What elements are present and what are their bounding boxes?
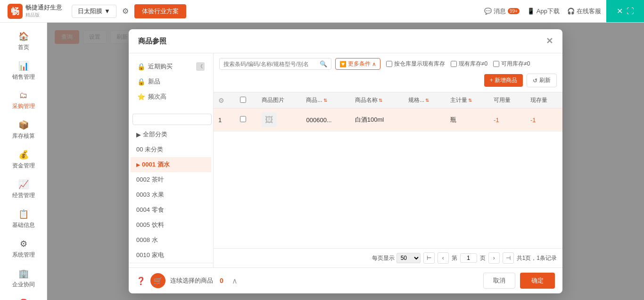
purchase-icon: 🗂	[19, 91, 28, 100]
left-panel: 🔒 近期购买 《 🔒 新品 ⭐ 频次高	[129, 53, 214, 267]
page-first-btn[interactable]: ⊢	[423, 252, 435, 264]
name-sort-icon: ⇅	[379, 98, 382, 103]
nav-selector-text: 日太阳膜	[78, 7, 102, 16]
page-prev-btn[interactable]: ‹	[438, 252, 449, 264]
cat-search-row: 🔍	[129, 112, 213, 127]
avail-checkbox[interactable]	[451, 61, 457, 67]
usable-checkbox[interactable]	[493, 61, 499, 67]
cat-item-0001[interactable]: ▶ 0001 酒水	[131, 157, 211, 172]
sidebar-item-guide[interactable]: 🎯 新手引导	[0, 293, 47, 300]
product-search-input[interactable]	[223, 61, 318, 67]
col-spec[interactable]: 规格...⇅	[404, 92, 446, 108]
message-icon: 💬	[484, 8, 492, 15]
close-teal-icon[interactable]: ✕	[617, 7, 623, 16]
cat-item-0002[interactable]: 0002 茶叶	[131, 172, 211, 187]
row-checkbox[interactable]	[235, 108, 257, 132]
page-last-btn[interactable]: ⊣	[503, 252, 514, 264]
usable-check[interactable]: 可用库存≠0	[493, 60, 530, 68]
cart-btn[interactable]: 🛒	[150, 273, 165, 288]
sidebar-item-corp[interactable]: 🏢 企业协同	[0, 264, 47, 293]
page-input[interactable]	[460, 253, 477, 263]
category-search-input[interactable]	[132, 114, 212, 125]
product-search-icon[interactable]: 🔍	[320, 60, 327, 67]
sidebar-item-sales[interactable]: 📊 销售管理	[0, 56, 47, 86]
app-download-btn[interactable]: 📱 App下载	[527, 7, 560, 16]
sidebar-label-system: 系统管理	[12, 251, 35, 259]
sidebar-label-basic: 基础信息	[12, 221, 35, 229]
tab-freq[interactable]: ⭐ 频次高	[132, 89, 209, 104]
cat-0001-label: 0001 酒水	[142, 160, 170, 169]
filter-arrow-up: ∧	[372, 61, 376, 67]
sidebar-item-finance[interactable]: 💰 资金管理	[0, 145, 47, 175]
warehouse-checkbox[interactable]	[386, 61, 392, 67]
selected-label: 连续选择的商品	[170, 276, 213, 285]
total-info: 共1页，1条记录	[517, 254, 557, 262]
logo-icon: 畅	[8, 4, 23, 19]
pagination: 每页显示 50 10 20 100 ⊢ ‹ 第	[214, 248, 562, 267]
row-index: 1	[214, 108, 235, 132]
refresh-btn[interactable]: ↺ 刷新	[527, 74, 557, 87]
unit-sort-icon: ⇅	[468, 98, 472, 103]
cat-item-0004[interactable]: 0004 零食	[131, 202, 211, 217]
sidebar-item-system[interactable]: ⚙ 系统管理	[0, 234, 47, 264]
home-icon: 🏠	[18, 31, 29, 42]
more-filter-btn[interactable]: 🔽 更多条件 ∧	[335, 58, 380, 70]
sidebar-item-ops[interactable]: 📈 经营管理	[0, 175, 47, 204]
cat-0003-label: 0003 水果	[136, 191, 164, 199]
logo-text-block: 畅捷通好生意 精品版	[25, 4, 62, 18]
filter-icon: 🔽	[339, 61, 347, 67]
exp-btn[interactable]: 体验行业方案	[134, 4, 186, 18]
sidebar-label-ops: 经营管理	[12, 192, 35, 200]
sidebar-item-basic[interactable]: 📋 基础信息	[0, 204, 47, 234]
col-settings[interactable]: ⚙	[214, 92, 235, 108]
page-size-select[interactable]: 50 10 20 100	[396, 253, 421, 263]
cat-item-0010[interactable]: 0010 家电	[131, 248, 211, 263]
row-name: 白酒100ml	[350, 108, 404, 132]
row-spec	[404, 108, 446, 132]
row-select-checkbox[interactable]	[240, 116, 246, 122]
col-code[interactable]: 商品...⇅	[301, 92, 350, 108]
help-icon[interactable]: ❓	[136, 276, 146, 285]
guide-icon: 🎯	[18, 298, 29, 300]
col-unit[interactable]: 主计量⇅	[446, 92, 489, 108]
collapse-panel-btn[interactable]: 《	[196, 62, 205, 71]
cat-item-0003[interactable]: 0003 水果	[131, 187, 211, 202]
sidebar-item-inventory[interactable]: 📦 库存核算	[0, 115, 47, 145]
cat-item-00[interactable]: 00 未分类	[131, 142, 211, 157]
table-settings-icon[interactable]: ⚙	[218, 97, 224, 104]
warehouse-check[interactable]: 按仓库显示现有库存	[386, 60, 445, 68]
customer-service-btn[interactable]: 🎧 在线客服	[567, 7, 601, 16]
settings-icon[interactable]: ⚙	[122, 7, 129, 16]
cat-all[interactable]: ▶ 全部分类	[131, 127, 211, 142]
select-all-checkbox[interactable]	[240, 97, 246, 103]
tab-new[interactable]: 🔒 新品	[132, 74, 209, 89]
sidebar: 🏠 首页 📊 销售管理 🗂 采购管理 📦 库存核算 💰 资金管理 📈 经营管理 …	[0, 23, 47, 300]
col-name[interactable]: 商品名称⇅	[350, 92, 404, 108]
phone-icon: 📱	[527, 8, 535, 15]
cat-item-0008[interactable]: 0008 水	[131, 233, 211, 248]
quick-tabs: 🔒 近期购买 《 🔒 新品 ⭐ 频次高	[129, 57, 213, 106]
messages-btn[interactable]: 💬 消息 99+	[484, 7, 520, 16]
modal-close-btn[interactable]: ✕	[546, 36, 553, 46]
recent-icon: 🔒	[137, 63, 145, 70]
sidebar-item-home[interactable]: 🏠 首页	[0, 26, 47, 56]
collapse-footer-btn[interactable]: ∧	[232, 276, 238, 285]
modal-footer: ❓ 🛒 连续选择的商品 0 ∧ 取消 确定	[129, 267, 562, 293]
sidebar-item-purchase[interactable]: 🗂 采购管理	[0, 86, 47, 115]
inventory-icon: 📦	[18, 120, 29, 130]
add-product-btn[interactable]: + 新增商品	[484, 74, 523, 87]
cat-item-0005[interactable]: 0005 饮料	[131, 217, 211, 233]
code-sort-icon: ⇅	[323, 98, 327, 103]
tab-recent[interactable]: 🔒 近期购买 《	[132, 59, 209, 74]
confirm-btn[interactable]: 确定	[520, 273, 555, 289]
row-code: 000600...	[301, 108, 350, 132]
page-next-btn[interactable]: ›	[488, 252, 500, 264]
nav-selector[interactable]: 日太阳膜 ▼	[72, 5, 116, 18]
col-img: 商品图片	[257, 92, 302, 108]
cancel-btn[interactable]: 取消	[483, 273, 515, 289]
col-checkbox	[235, 92, 257, 108]
avail-check[interactable]: 现有库存≠0	[451, 60, 487, 68]
expand-teal-icon[interactable]: ⛶	[627, 7, 634, 16]
table-row[interactable]: 1 🖼 000600... 白酒100ml 瓶	[214, 108, 562, 132]
row-avail: -1	[489, 108, 526, 132]
